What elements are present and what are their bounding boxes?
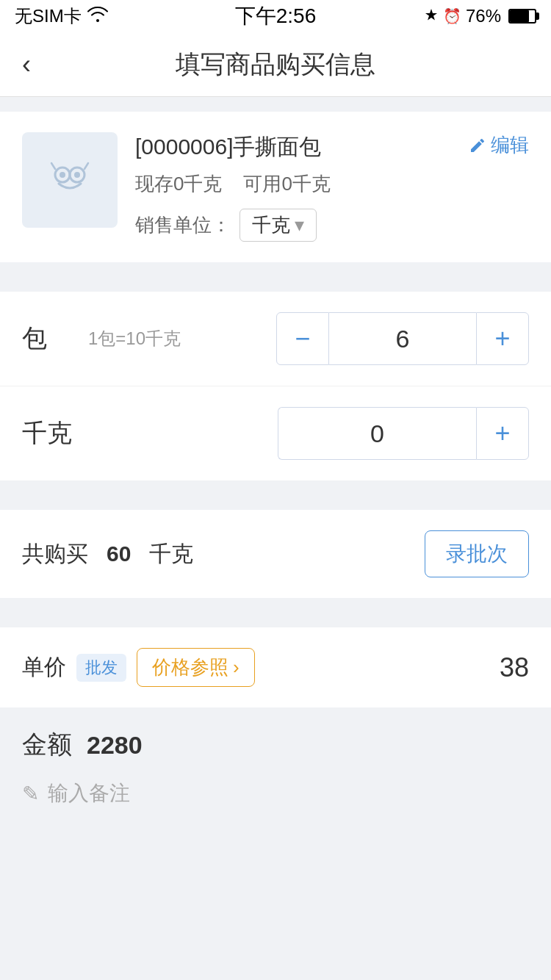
amount-section: 金额 2280 ✎ 输入备注 bbox=[0, 707, 551, 822]
pencil-icon: ✎ bbox=[22, 782, 39, 806]
price-label: 单价 bbox=[22, 652, 66, 682]
package-quantity-input[interactable] bbox=[329, 312, 476, 365]
total-section: 共购买 60 千克 录批次 bbox=[0, 510, 551, 598]
product-image bbox=[22, 132, 118, 228]
spacer bbox=[0, 822, 551, 980]
product-unit-row: 销售单位： 千克 ▾ bbox=[135, 209, 529, 242]
package-hint: 1包=10千克 bbox=[88, 327, 276, 350]
carrier-text: 无SIM卡 bbox=[15, 4, 82, 28]
gps-icon bbox=[424, 6, 439, 26]
kilogram-plus-button[interactable]: + bbox=[476, 407, 529, 460]
divider-3 bbox=[0, 598, 551, 613]
kilogram-row: 千克 + bbox=[0, 386, 551, 480]
edit-button[interactable]: 编辑 bbox=[469, 132, 529, 158]
price-value: 38 bbox=[500, 652, 529, 683]
amount-label: 金额 bbox=[22, 728, 72, 762]
product-card: [0000006]手撕面包 编辑 现存0千克 可用0千克 销售单位： 千克 ▾ bbox=[0, 112, 551, 262]
svg-point-3 bbox=[74, 172, 80, 178]
note-placeholder: 输入备注 bbox=[48, 779, 130, 807]
product-name: [0000006]手撕面包 bbox=[135, 132, 321, 162]
battery-percent: 76% bbox=[466, 6, 501, 26]
total-text: 共购买 60 千克 bbox=[22, 539, 193, 569]
package-label: 包 bbox=[22, 322, 81, 356]
kilogram-quantity-input[interactable] bbox=[278, 407, 476, 460]
divider-2 bbox=[0, 480, 551, 495]
package-plus-button[interactable]: + bbox=[476, 312, 529, 365]
package-minus-button[interactable]: − bbox=[276, 312, 329, 365]
amount-value: 2280 bbox=[87, 731, 143, 760]
kilogram-label: 千克 bbox=[22, 417, 278, 450]
package-row: 包 1包=10千克 − + bbox=[0, 292, 551, 386]
total-amount: 60 bbox=[107, 541, 131, 566]
unit-select[interactable]: 千克 ▾ bbox=[240, 209, 317, 242]
status-bar: 无SIM卡 下午2:56 ⏰ 76% bbox=[0, 0, 551, 32]
status-time: 下午2:56 bbox=[235, 2, 317, 30]
product-info: [0000006]手撕面包 编辑 现存0千克 可用0千克 销售单位： 千克 ▾ bbox=[135, 132, 529, 242]
batch-button[interactable]: 录批次 bbox=[425, 530, 529, 577]
back-button[interactable]: ‹ bbox=[22, 49, 31, 80]
package-controls: − + bbox=[276, 312, 529, 365]
price-reference-button[interactable]: 价格参照 › bbox=[137, 648, 255, 687]
chevron-down-icon: ▾ bbox=[295, 214, 304, 237]
kilogram-controls: + bbox=[278, 407, 529, 460]
nav-bar: ‹ 填写商品购买信息 bbox=[0, 32, 551, 97]
divider-1 bbox=[0, 262, 551, 277]
note-row[interactable]: ✎ 输入备注 bbox=[22, 777, 529, 822]
svg-point-2 bbox=[60, 172, 65, 178]
alarm-icon: ⏰ bbox=[443, 7, 461, 25]
product-stock: 现存0千克 可用0千克 bbox=[135, 171, 529, 197]
chevron-right-icon: › bbox=[233, 656, 240, 679]
nav-title: 填写商品购买信息 bbox=[176, 48, 375, 82]
status-right: ⏰ 76% bbox=[424, 6, 536, 26]
battery-icon bbox=[508, 9, 536, 24]
price-section: 单价 批发 价格参照 › 38 bbox=[0, 627, 551, 707]
price-badge: 批发 bbox=[76, 654, 126, 682]
amount-row: 金额 2280 bbox=[22, 728, 529, 762]
wifi-icon bbox=[87, 6, 108, 26]
status-left: 无SIM卡 bbox=[15, 4, 108, 28]
quantity-section: 包 1包=10千克 − + 千克 + bbox=[0, 292, 551, 480]
